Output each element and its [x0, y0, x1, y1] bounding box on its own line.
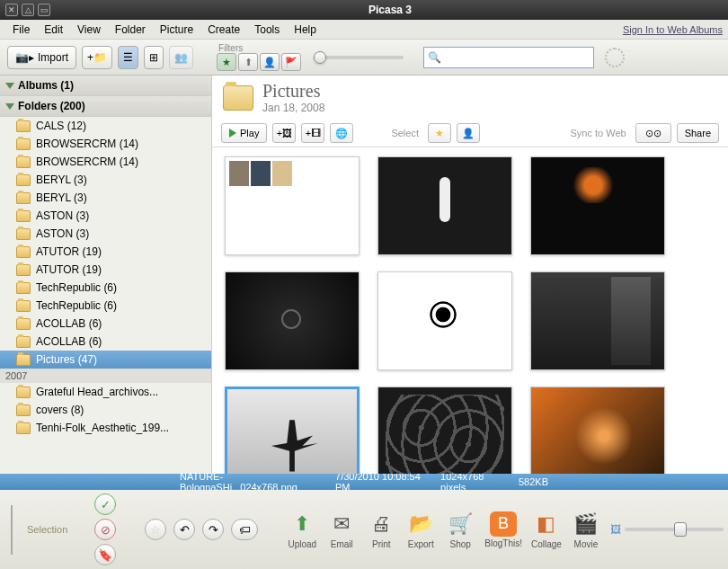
collapse-icon [5, 103, 14, 110]
upload-action[interactable]: ⬆Upload [287, 511, 317, 549]
tag-button[interactable]: 🔖 [94, 544, 116, 565]
statusbar: NATURE-BolognaSHi...024x768.png 7/30/201… [0, 474, 728, 490]
date-slider[interactable] [314, 56, 404, 59]
folder-list[interactable]: CALS (12)BROWSERCRM (14)BROWSERCRM (14)B… [0, 117, 211, 474]
window-max-button[interactable]: ▭ [38, 4, 50, 16]
main-panel: Pictures Jan 18, 2008 Play +🖼 +🎞 🌐 Selec… [212, 76, 728, 474]
sync-label: Sync to Web [570, 128, 626, 138]
menu-view[interactable]: View [70, 22, 108, 38]
geo-button[interactable]: 🌐 [330, 123, 353, 143]
folder-icon [16, 174, 31, 186]
menu-picture[interactable]: Picture [153, 22, 200, 38]
albums-header[interactable]: Albums (1) [0, 76, 211, 96]
folder-icon [16, 300, 31, 312]
thumbnail[interactable] [530, 156, 665, 255]
thumbnail[interactable] [225, 156, 360, 255]
thumbnail-selected[interactable] [225, 387, 360, 474]
menu-create[interactable]: Create [200, 22, 247, 38]
export-action[interactable]: 📂Export [405, 511, 436, 549]
folder-date: Jan 18, 2008 [262, 102, 324, 114]
rotate-right-button[interactable]: ↷ [202, 519, 224, 540]
collapse-icon [5, 83, 14, 89]
menu-help[interactable]: Help [287, 22, 324, 38]
thumbnail[interactable] [377, 387, 512, 474]
menu-edit[interactable]: Edit [37, 22, 70, 38]
shop-action[interactable]: 🛒Shop [445, 511, 475, 549]
filter-star-button[interactable]: ★ [217, 53, 236, 71]
folder-item[interactable]: Tenhi-Folk_Aesthetic_199... [0, 419, 211, 437]
folder-item[interactable]: ASTON (3) [0, 207, 211, 225]
folder-item[interactable]: BROWSERCRM (14) [0, 135, 211, 153]
filters-label: Filters [218, 43, 243, 53]
thumbnail[interactable] [530, 271, 665, 370]
folder-item[interactable]: Grateful Head_archivos... [0, 383, 211, 401]
folder-item[interactable]: TechRepublic (6) [0, 297, 211, 315]
rotate-left-button[interactable]: ↶ [173, 519, 195, 540]
play-button[interactable]: Play [221, 123, 267, 143]
email-action[interactable]: ✉Email [326, 511, 357, 549]
filter-face-button[interactable]: 👤 [260, 53, 280, 71]
collage-action[interactable]: ◧Collage [531, 511, 562, 549]
thumbnail[interactable] [225, 271, 360, 370]
window-close-button[interactable]: ✕ [5, 4, 18, 16]
folder-item[interactable]: ATUTOR (19) [0, 261, 211, 279]
thumbnail[interactable] [377, 271, 512, 370]
status-size: 582KB [519, 476, 548, 487]
menu-folder[interactable]: Folder [108, 22, 153, 38]
select-star-button[interactable]: ★ [428, 123, 451, 143]
search-box[interactable]: 🔍 [423, 47, 594, 68]
folder-icon [16, 387, 31, 398]
selection-thumbnail[interactable] [11, 505, 13, 555]
folder-item[interactable]: Pictures (47) [0, 351, 211, 369]
folder-item[interactable]: ACOLLAB (6) [0, 333, 211, 351]
folder-icon [16, 246, 31, 258]
sidebar: Albums (1) Folders (200) CALS (12)BROWSE… [0, 76, 212, 474]
filter-geo-button[interactable]: 🚩 [281, 53, 301, 71]
folder-item[interactable]: BERYL (3) [0, 171, 211, 189]
view-tree-button[interactable]: ⊞ [144, 46, 164, 69]
window-min-button[interactable]: △ [22, 4, 34, 16]
folder-item[interactable]: BROWSERCRM (14) [0, 153, 211, 171]
hold-button[interactable]: ✓ [94, 493, 116, 515]
menu-tools[interactable]: Tools [247, 22, 287, 38]
folder-item[interactable]: TechRepublic (6) [0, 279, 211, 297]
add-movie-button[interactable]: +🎞 [301, 123, 324, 143]
blog-action[interactable]: BBlogThis! [484, 511, 522, 548]
thumb-size-slider[interactable] [625, 528, 724, 531]
folders-header[interactable]: Folders (200) [0, 96, 211, 117]
signin-link[interactable]: Sign In to Web Albums [623, 24, 723, 35]
print-action[interactable]: 🖨Print [366, 511, 396, 549]
clear-button[interactable]: ⊘ [94, 519, 116, 540]
thumbnail-grid[interactable] [212, 147, 728, 474]
add-photo-button[interactable]: +🖼 [272, 123, 296, 143]
search-input[interactable] [441, 51, 590, 64]
thumbnail[interactable] [377, 156, 512, 255]
movie-action[interactable]: 🎬Movie [571, 511, 601, 549]
loading-spinner-icon [605, 48, 625, 67]
add-folder-button[interactable]: +📁 [82, 46, 112, 69]
folder-item[interactable]: BERYL (3) [0, 189, 211, 207]
import-button[interactable]: 📷▸ Import [7, 46, 76, 69]
folder-icon [16, 156, 31, 168]
menu-file[interactable]: File [5, 22, 37, 38]
folder-icon [223, 85, 253, 111]
folder-icon [16, 228, 31, 240]
folder-icon [16, 264, 31, 276]
folder-item[interactable]: ATUTOR (19) [0, 243, 211, 261]
filter-upload-button[interactable]: ⬆ [238, 53, 258, 71]
view-flat-button[interactable]: ☰ [118, 46, 138, 69]
window-title: Picasa 3 [58, 4, 723, 16]
select-label: Select [391, 128, 419, 138]
folder-item[interactable]: ASTON (3) [0, 225, 211, 243]
star-button[interactable]: ☆ [145, 519, 166, 540]
thumbnail[interactable] [530, 387, 665, 474]
folder-item[interactable]: ACOLLAB (6) [0, 315, 211, 333]
folder-item[interactable]: CALS (12) [0, 117, 211, 135]
folder-icon [16, 336, 31, 348]
share-button[interactable]: Share [677, 123, 719, 143]
folder-icon [16, 138, 31, 150]
select-people-button[interactable]: 👤 [457, 123, 480, 143]
tag-label-button[interactable]: 🏷 [231, 519, 258, 540]
folder-item[interactable]: covers (8) [0, 401, 211, 419]
sync-toggle[interactable]: ⊙⊙ [635, 123, 671, 143]
